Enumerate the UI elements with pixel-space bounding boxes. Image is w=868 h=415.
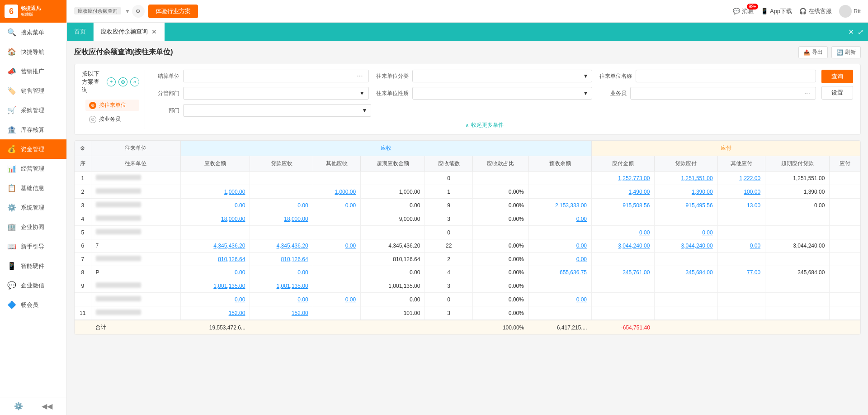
collapse-more-btn[interactable]: ∧ 收起更多条件 (465, 121, 504, 129)
table-cell[interactable]: 3,044,240.00 (592, 239, 655, 253)
table-cell[interactable]: 0.00 (181, 266, 250, 279)
unit-category-select[interactable]: ▼ (412, 70, 593, 82)
table-cell[interactable]: 0.00 (717, 239, 765, 253)
filter-collapse-btn[interactable]: « (130, 77, 139, 86)
table-cell[interactable] (717, 306, 765, 320)
filter-sub-by-staff[interactable]: ⊙ 按业务员 (85, 114, 139, 125)
unit-nature-select[interactable]: ▼ (412, 87, 593, 100)
sidebar-item-finance[interactable]: 💰 资金管理 (0, 139, 66, 159)
table-row[interactable]: 7810,126.64810,126.64810,126.6420.00%0.0… (75, 253, 860, 266)
table-cell[interactable]: 0.00 (655, 226, 717, 239)
table-cell[interactable] (655, 279, 717, 293)
table-cell[interactable]: 0.00 (181, 293, 250, 306)
promo-button[interactable]: 体验行业方案 (148, 5, 198, 18)
table-cell[interactable]: 0.00 (592, 226, 655, 239)
tab-close-window-btn[interactable]: ✕ (848, 28, 854, 36)
sidebar-item-base[interactable]: 📋 基础信息 (0, 178, 66, 198)
table-cell[interactable]: 810,126.64 (181, 253, 250, 266)
table-cell[interactable]: 2,153,333.00 (528, 199, 591, 212)
table-cell[interactable]: 152.00 (181, 306, 250, 320)
table-cell[interactable]: 0.00 (313, 199, 361, 212)
table-cell[interactable]: 655,636.75 (528, 266, 591, 279)
table-cell[interactable]: 1,001,135.00 (250, 279, 313, 293)
table-row[interactable]: 21,000.001,000.001,000.0010.00%1,490.001… (75, 185, 860, 199)
query-button[interactable]: 查询 (821, 70, 853, 83)
table-cell[interactable]: 100.00 (717, 185, 765, 199)
sidebar-item-purchase[interactable]: 🛒 采购管理 (0, 100, 66, 120)
export-btn[interactable]: 📤 导出 (798, 46, 828, 58)
sidebar-item-inventory[interactable]: 🏦 库存核算 (0, 120, 66, 139)
table-cell[interactable]: 0.00 (528, 212, 591, 226)
sidebar-item-marketing[interactable]: 📣 营销推广 (0, 62, 66, 81)
table-cell[interactable] (250, 185, 313, 199)
customer-service-btn[interactable]: 🎧 在线客服 (799, 7, 832, 15)
table-cell[interactable] (528, 306, 591, 320)
filter-sub-by-unit[interactable]: ⊕ 按往来单位 (85, 100, 139, 111)
table-cell[interactable] (250, 172, 313, 185)
tab-close-btn[interactable]: ✕ (151, 28, 157, 35)
bottom-collapse-btn[interactable]: ◀◀ (42, 402, 52, 410)
table-cell[interactable] (313, 306, 361, 320)
table-row[interactable]: 30.000.000.000.0090.00%2,153,333.00915,5… (75, 199, 860, 212)
table-cell[interactable] (313, 279, 361, 293)
unit-name-input[interactable] (636, 70, 816, 82)
table-cell[interactable]: 1,001,135.00 (181, 279, 250, 293)
table-cell[interactable] (528, 185, 591, 199)
table-row[interactable]: 500.000.00 (75, 226, 860, 239)
bottom-settings-btn[interactable]: ⚙️ (14, 402, 23, 410)
table-cell[interactable]: 0.00 (181, 199, 250, 212)
table-cell[interactable] (181, 226, 250, 239)
table-cell[interactable]: 0.00 (250, 293, 313, 306)
table-cell[interactable] (592, 293, 655, 306)
refresh-btn[interactable]: 🔄 刷新 (831, 46, 861, 58)
table-cell[interactable]: 3,044,240.00 (655, 239, 717, 253)
tab-ar-ap[interactable]: 应收应付余额查询 ✕ (94, 23, 165, 41)
table-cell[interactable]: 1,251,551.00 (655, 172, 717, 185)
table-cell[interactable] (528, 172, 591, 185)
table-cell[interactable] (655, 212, 717, 226)
table-cell[interactable]: 77.00 (717, 266, 765, 279)
table-cell[interactable]: 13.00 (717, 199, 765, 212)
table-row[interactable]: 11152.00152.00101.0030.00% (75, 306, 860, 320)
staff-input[interactable]: ··· (630, 87, 816, 100)
sidebar-item-sales[interactable]: 🏷️ 销售管理 (0, 81, 66, 100)
table-cell[interactable]: 0.00 (250, 199, 313, 212)
sidebar-item-guide[interactable]: 📖 新手引导 (0, 237, 66, 256)
tab-maximize-btn[interactable]: ⤢ (858, 28, 863, 36)
table-cell[interactable] (528, 279, 591, 293)
table-row[interactable]: 91,001,135.001,001,135.001,001,135.0030.… (75, 279, 860, 293)
table-cell[interactable]: 345,761.00 (592, 266, 655, 279)
table-cell[interactable] (313, 253, 361, 266)
table-row[interactable]: 0.000.000.000.0000.00%0.00 (75, 293, 860, 306)
table-cell[interactable]: 1,490.00 (592, 185, 655, 199)
settlement-input[interactable]: ··· (183, 70, 369, 82)
table-cell[interactable]: 152.00 (250, 306, 313, 320)
table-cell[interactable]: 0.00 (528, 253, 591, 266)
table-cell[interactable] (313, 172, 361, 185)
table-cell[interactable] (592, 212, 655, 226)
table-cell[interactable] (717, 212, 765, 226)
sidebar-item-hardware[interactable]: 📱 智能硬件 (0, 256, 66, 276)
table-cell[interactable]: 1,390.00 (655, 185, 717, 199)
sidebar-item-system[interactable]: ⚙️ 系统管理 (0, 198, 66, 217)
table-cell[interactable]: 1,000.00 (181, 185, 250, 199)
table-cell[interactable]: 345,684.00 (655, 266, 717, 279)
chevron-down-icon[interactable]: ▼ (125, 8, 130, 14)
table-cell[interactable]: 0.00 (528, 239, 591, 253)
table-cell[interactable]: 1,222.00 (717, 172, 765, 185)
sidebar-item-wechat[interactable]: 💬 企业微信 (0, 276, 66, 295)
table-cell[interactable] (717, 293, 765, 306)
table-cell[interactable]: 18,000.00 (181, 212, 250, 226)
table-row[interactable]: 418,000.0018,000.009,000.0030.00%0.00 (75, 212, 860, 226)
table-row[interactable]: 674,345,436.204,345,436.200.004,345,436.… (75, 239, 860, 253)
set-button[interactable]: 设置 (821, 86, 853, 100)
table-cell[interactable]: 1,252,773.00 (592, 172, 655, 185)
table-cell[interactable] (655, 306, 717, 320)
table-cell[interactable] (250, 226, 313, 239)
table-cell[interactable] (655, 253, 717, 266)
table-cell[interactable] (655, 293, 717, 306)
table-cell[interactable] (313, 226, 361, 239)
filter-add-btn[interactable]: + (107, 77, 116, 86)
table-cell[interactable]: 810,126.64 (250, 253, 313, 266)
tab-home[interactable]: 首页 (67, 23, 94, 41)
